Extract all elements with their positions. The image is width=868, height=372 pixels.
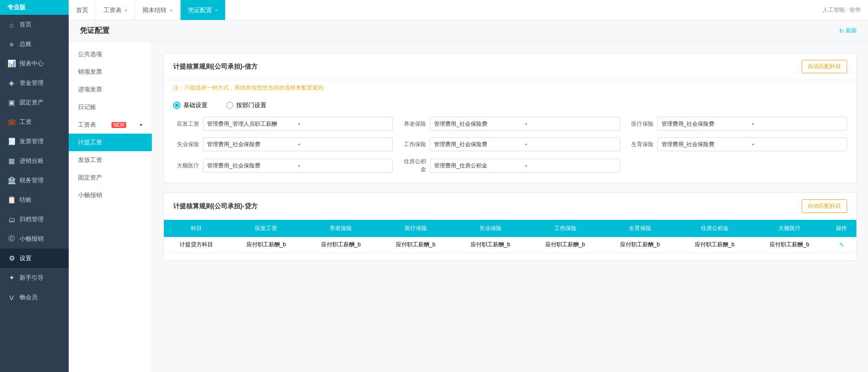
radio-basic-circle: [173, 102, 181, 109]
label-daeyiliao: 大额医疗: [173, 162, 199, 170]
tab-salary-close[interactable]: ×: [124, 7, 127, 13]
sidebar-item-report[interactable]: 📊 报表中心: [0, 54, 69, 73]
tax-icon: 🏦: [7, 176, 16, 185]
select-yanglao[interactable]: 管理费用_社会保险费 ▾: [430, 117, 620, 131]
label-shiye: 失业保险: [173, 141, 199, 148]
nav-salary-table[interactable]: 工资表 NEW ▾: [69, 116, 152, 134]
form-row-shiye: 失业保险 管理费用_社会保险费 ▾: [173, 137, 393, 151]
select-gongshang-value: 管理费用_社会保险费: [434, 141, 525, 148]
th-yanglao: 养老保险: [304, 220, 378, 237]
tab-bar: 首页 工资表 × 期末结转 × 凭证配置 × 人工智能 · 徐华: [69, 0, 868, 20]
sidebar-item-settings[interactable]: ⚙ 设置: [0, 249, 69, 268]
td-shiye: 应付职工薪酬_b: [453, 237, 528, 253]
select-arrow-icon: ▾: [752, 142, 843, 147]
section-debit-header: 计提核算规则(公司承担)-借方 自动匹配科目: [164, 53, 856, 80]
label-gongjijin: 住房公积金: [400, 158, 426, 173]
tab-period-close[interactable]: ×: [169, 7, 172, 13]
sidebar-item-label: 工资: [19, 118, 32, 126]
select-yanglao-value: 管理费用_社会保险费: [434, 120, 525, 128]
select-shiye[interactable]: 管理费用_社会保险费 ▾: [203, 137, 393, 151]
section-debit: 计提核算规则(公司承担)-借方 自动匹配科目 注：只能选择一种方式，系统将按照您…: [163, 53, 857, 183]
sidebar-item-invoice[interactable]: 🧾 发票管理: [0, 132, 69, 151]
table-wrapper: 科目 应发工资 养老保险 医疗保险 失业保险 工伤保险 生育保险 住房公积金 大…: [164, 220, 856, 253]
tab-salary[interactable]: 工资表 ×: [96, 0, 135, 20]
sidebar-item-label: 总账: [19, 40, 32, 48]
tab-period[interactable]: 期末结转 ×: [135, 0, 180, 20]
user-info: 人工智能 · 徐华: [823, 6, 861, 14]
main-content: 计提核算规则(公司承担)-借方 自动匹配科目 注：只能选择一种方式，系统将按照您…: [152, 42, 868, 372]
refresh-button[interactable]: ↻ 刷新: [839, 27, 857, 35]
vip-icon: V: [7, 294, 16, 301]
sidebar-item-guide[interactable]: ✦ 新手引导: [0, 268, 69, 288]
td-yiliao: 应付职工薪酬_b: [378, 237, 453, 253]
stock-icon: ▦: [7, 157, 16, 165]
select-gongjijin[interactable]: 管理费用_住房公积金 ▾: [430, 159, 620, 173]
th-yiliao: 医疗保险: [378, 220, 453, 237]
nav-calc-salary[interactable]: 计提工资: [69, 134, 152, 151]
th-shiye: 失业保险: [453, 220, 528, 237]
select-arrow-icon: ▾: [298, 163, 389, 168]
tab-period-label: 期末结转: [143, 6, 167, 14]
radio-basic[interactable]: 基础设置: [173, 101, 207, 109]
sidebar-item-vip[interactable]: V 畅会员: [0, 288, 69, 307]
th-yingfa: 应发工资: [229, 220, 304, 237]
sidebar-item-xiaochang[interactable]: Ⓒ 小畅报销: [0, 229, 69, 249]
page-title: 凭证配置: [80, 26, 110, 36]
sidebar-item-close[interactable]: 📋 结账: [0, 190, 69, 210]
nav-salary-table-label: 工资表: [78, 121, 96, 129]
select-yiliao[interactable]: 管理费用_社会保险费 ▾: [657, 117, 847, 131]
sidebar-item-archive[interactable]: 🗂 归档管理: [0, 210, 69, 229]
sidebar-item-stock[interactable]: ▦ 进销台账: [0, 151, 69, 171]
radio-basic-label: 基础设置: [183, 101, 207, 109]
nav-xiaochang-expense[interactable]: 小畅报销: [69, 186, 152, 204]
sidebar-item-funds[interactable]: ◈ 资金管理: [0, 73, 69, 93]
select-yingfa[interactable]: 管理费用_管理人员职工薪酬 ▾: [203, 117, 393, 131]
nav-journal[interactable]: 日记账: [69, 98, 152, 116]
sidebar-item-label: 新手引导: [19, 274, 44, 282]
td-daeyiliao: 应付职工薪酬_b: [752, 237, 827, 253]
sidebar-item-label: 资金管理: [19, 79, 44, 87]
nav-sales-invoice[interactable]: 销项发票: [69, 63, 152, 81]
radio-group: 基础设置 按部门设置: [173, 101, 847, 109]
sidebar-item-label: 报表中心: [19, 59, 44, 68]
nav-public[interactable]: 公共选项: [69, 45, 152, 63]
td-gongshang: 应付职工薪酬_b: [528, 237, 602, 253]
nav-fixed-assets[interactable]: 固定资产: [69, 169, 152, 186]
nav-pay-salary[interactable]: 发放工资: [69, 151, 152, 169]
auto-match-debit-button[interactable]: 自动匹配科目: [802, 60, 847, 73]
sidebar-item-tax[interactable]: 🏦 税务管理: [0, 171, 69, 190]
sidebar-item-home[interactable]: ⌂ 首页: [0, 15, 69, 34]
xiaochang-icon: Ⓒ: [7, 235, 16, 243]
tab-voucher[interactable]: 凭证配置 ×: [181, 0, 226, 20]
tab-home[interactable]: 首页: [69, 0, 96, 20]
td-yanglao: 应付职工薪酬_b: [304, 237, 378, 253]
expand-arrow-icon: ▾: [140, 122, 143, 128]
select-daeyiliao-value: 管理费用_社会保险费: [207, 162, 298, 170]
form-row-empty: [628, 158, 847, 173]
sidebar-item-assets[interactable]: ▣ 固定资产: [0, 93, 69, 112]
label-yanglao: 养老保险: [400, 120, 426, 128]
select-daeyiliao[interactable]: 管理费用_社会保险费 ▾: [203, 159, 393, 173]
select-shengyu[interactable]: 管理费用_社会保险费 ▾: [657, 137, 847, 151]
auto-match-credit-button[interactable]: 自动匹配科目: [802, 199, 847, 213]
salary-icon: 💼: [7, 118, 16, 126]
select-arrow-icon: ▾: [298, 142, 389, 147]
sidebar: 专业版 ⌂ 首页 ≡ 总账 📊 报表中心 ◈ 资金管理 ▣ 固定资产 💼 工资 …: [0, 0, 69, 372]
label-gongshang: 工伤保险: [400, 141, 426, 148]
select-gongshang[interactable]: 管理费用_社会保险费 ▾: [430, 137, 620, 151]
tab-voucher-close[interactable]: ×: [215, 7, 218, 13]
page-header: 凭证配置 ↻ 刷新: [69, 20, 868, 42]
nav-purchase-invoice-label: 进项发票: [78, 85, 102, 94]
sidebar-item-ledger[interactable]: ≡ 总账: [0, 34, 69, 54]
label-shengyu: 生育保险: [628, 141, 654, 148]
tab-home-label: 首页: [76, 6, 88, 14]
form-row-gongjijin: 住房公积金 管理费用_住房公积金 ▾: [400, 158, 620, 173]
top-bar-right: 人工智能 · 徐华: [823, 6, 868, 14]
nav-purchase-invoice[interactable]: 进项发票: [69, 81, 152, 98]
sidebar-item-salary[interactable]: 💼 工资: [0, 112, 69, 132]
td-action[interactable]: ✎: [827, 237, 856, 253]
invoice-icon: 🧾: [7, 137, 16, 146]
section-debit-note: 注：只能选择一种方式，系统将按照您当前的选择来配置规则: [164, 80, 856, 96]
radio-dept[interactable]: 按部门设置: [226, 101, 266, 109]
nav-journal-label: 日记账: [78, 103, 96, 111]
